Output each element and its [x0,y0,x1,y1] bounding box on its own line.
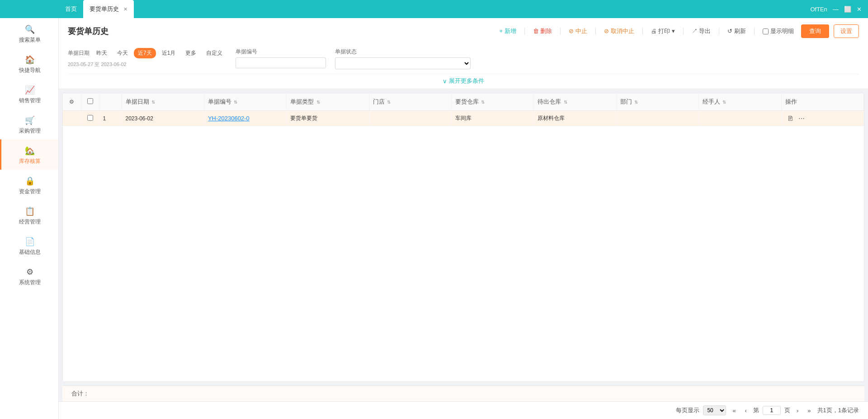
page-number-input[interactable] [763,406,781,415]
setting-button[interactable]: 设置 [834,24,859,38]
show-detail-checkbox-wrap[interactable]: 显示明细 [760,25,797,37]
th-order-type-label: 单据类型 [290,98,314,105]
row-checkbox[interactable] [87,115,93,121]
action-view-btn[interactable]: 🖹 [785,114,795,123]
new-button[interactable]: + 新增 [496,25,519,37]
maximize-icon[interactable]: ⬜ [844,6,851,13]
per-page-select[interactable]: 50 10 20 100 [703,405,726,415]
date-btn-more[interactable]: 更多 [181,48,200,58]
td-pending-warehouse: 原材料仓库 [534,111,616,126]
toolbar-divider-7 [754,28,755,35]
status-label: 单据状态 [335,48,471,56]
expand-more-row[interactable]: ∨ 展开更多条件 [68,74,859,89]
prev-page-btn[interactable]: ‹ [742,406,750,415]
sidebar-item-system-mgmt[interactable]: ⚙ 系统管理 [0,261,58,291]
order-no-label: 单据编号 [236,48,326,56]
sidebar-item-quick-nav[interactable]: 🏠 快捷导航 [0,48,58,79]
order-no-input[interactable] [236,57,326,68]
th-order-no: 单据编号 ⇅ [204,93,286,111]
sidebar-item-sales-mgmt[interactable]: 📈 销售管理 [0,79,58,109]
action-more-btn[interactable]: ⋯ [797,114,807,123]
date-btn-1month[interactable]: 近1月 [158,48,180,58]
cancel-stop-button[interactable]: ⊘ 取消中止 [601,25,637,37]
status-select[interactable] [335,57,471,69]
filter-group-date: 单据日期 昨天 今天 近7天 近1月 更多 自定义 2023-05-27 至 2… [68,48,226,68]
page-title-row: 要货单历史 + 新增 🗑 删除 ⊘ 中止 ⊘ 取消中止 🖨 打印 ▾ ↗ 导出 … [68,24,859,38]
sales-mgmt-icon: 📈 [25,85,35,95]
th-order-no-sort-icon[interactable]: ⇅ [234,100,237,105]
minimize-icon[interactable]: — [833,6,839,13]
next-page-btn[interactable]: › [794,406,801,415]
page-header: 要货单历史 + 新增 🗑 删除 ⊘ 中止 ⊘ 取消中止 🖨 打印 ▾ ↗ 导出 … [59,18,868,89]
first-page-btn[interactable]: « [730,406,738,415]
total-records-text: 共1页，1条记录 [817,406,859,414]
th-checkbox [81,93,99,111]
th-pending-warehouse-sort-icon[interactable]: ⇅ [564,100,567,105]
td-num: 1 [99,111,122,126]
export-button[interactable]: ↗ 导出 [689,25,714,37]
brand-label: OfTEn [810,6,827,13]
td-checkbox [81,111,99,126]
tab-requisition-history[interactable]: 要货单历史 ✕ [83,0,134,18]
print-button[interactable]: 🖨 打印 ▾ [648,25,678,37]
show-detail-checkbox[interactable] [763,29,769,34]
delete-button[interactable]: 🗑 删除 [530,25,555,37]
toolbar-divider-1 [524,28,525,35]
filter-row: 单据日期 昨天 今天 近7天 近1月 更多 自定义 2023-05-27 至 2… [68,43,859,74]
td-order-no: YH-20230602-0 [204,111,286,126]
date-btn-yesterday[interactable]: 昨天 [92,48,111,58]
date-filter-label: 单据日期 [68,49,90,57]
query-button[interactable]: 查询 [801,24,829,38]
date-btn-custom[interactable]: 自定义 [202,48,226,58]
footer-total-label: 合计： [71,390,89,398]
sidebar-item-inventory[interactable]: 🏡 库存核算 [0,139,58,170]
th-order-type: 单据类型 ⇅ [287,93,369,111]
footer-bar: 合计： [62,386,864,401]
sidebar-item-finance-mgmt[interactable]: 🔒 资金管理 [0,170,58,200]
sidebar-item-operations-mgmt[interactable]: 📋 经营管理 [0,200,58,230]
toolbar-divider-6 [719,28,719,35]
expand-more-label: 展开更多条件 [449,77,484,85]
th-department-sort-icon[interactable]: ⇅ [634,100,638,105]
th-handler-sort-icon[interactable]: ⇅ [722,100,726,105]
th-store-sort-icon[interactable]: ⇅ [387,100,391,105]
date-filter-btns: 昨天 今天 近7天 近1月 更多 自定义 [92,48,226,58]
date-btn-today[interactable]: 今天 [113,48,132,58]
sidebar-item-basic-info[interactable]: 📄 基础信息 [0,230,58,261]
td-req-warehouse: 车间库 [452,111,534,126]
sidebar-item-purchase-mgmt[interactable]: 🛒 采购管理 [0,109,58,139]
sidebar-label-search-menu: 搜索菜单 [19,36,41,44]
filter-group-status: 单据状态 [335,48,471,69]
th-store: 门店 ⇅ [369,93,451,111]
sidebar-label-basic-info: 基础信息 [19,248,41,256]
tab-close-icon[interactable]: ✕ [123,6,127,12]
page-label: 第 [753,406,759,414]
td-settings [63,111,81,126]
last-page-btn[interactable]: » [805,406,813,415]
th-req-warehouse: 要货仓库 ⇅ [452,93,534,111]
chevron-down-icon: ∨ [443,78,447,85]
tab-home[interactable]: 首页 [59,0,83,18]
th-settings[interactable]: ⚙ [63,93,81,111]
stop-button[interactable]: ⊘ 中止 [566,25,590,37]
toolbar-divider-4 [642,28,643,35]
th-pending-warehouse: 待出仓库 ⇅ [534,93,616,111]
close-icon[interactable]: ✕ [857,6,862,13]
th-req-warehouse-sort-icon[interactable]: ⇅ [481,100,485,105]
select-all-checkbox[interactable] [87,98,93,104]
sidebar-item-search-menu[interactable]: 🔍 搜索菜单 [0,18,58,48]
th-order-type-sort-icon[interactable]: ⇅ [316,100,320,105]
th-handler-label: 经手人 [703,98,720,105]
th-date-sort-icon[interactable]: ⇅ [151,100,155,105]
sidebar-label-quick-nav: 快捷导航 [19,67,41,74]
th-store-label: 门店 [373,98,385,105]
refresh-button[interactable]: ↺ 刷新 [725,25,749,37]
page-title: 要货单历史 [68,26,108,37]
sidebar-label-operations-mgmt: 经营管理 [19,218,41,226]
pagination-bar: 每页显示 50 10 20 100 « ‹ 第 页 › » 共1页，1条记录 [59,401,868,419]
order-no-link[interactable]: YH-20230602-0 [208,115,250,122]
td-handler [699,111,781,126]
th-num [99,93,122,111]
date-btn-7days[interactable]: 近7天 [134,48,156,58]
filter-group-order-no: 单据编号 [236,48,326,68]
